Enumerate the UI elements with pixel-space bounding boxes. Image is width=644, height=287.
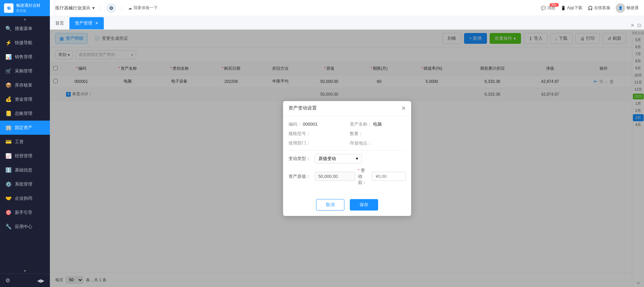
sidebar-item-label: 搜索菜单 [15, 26, 32, 32]
after-change-input[interactable] [372, 172, 406, 181]
change-type-select[interactable]: 原值变动 ▾ [315, 154, 362, 163]
sidebar-scroll-down[interactable]: ▼ [0, 268, 50, 274]
sidebar-item-label: 应用中心 [15, 224, 32, 230]
tab-home[interactable]: 首页 [50, 17, 69, 29]
sidebar-item-label: 企业协同 [15, 195, 32, 201]
payroll-nav-icon: 💳 [5, 139, 11, 145]
purchase-nav-icon: 🛒 [5, 68, 11, 74]
sidebar-item-system[interactable]: ⚙️ 系统管理 [0, 177, 50, 191]
sidebar-item-label: 新手引导 [15, 210, 32, 216]
company-name: 医疗器械行业演示 [55, 5, 90, 11]
settings-icon[interactable]: ⚙ [5, 277, 10, 284]
sidebar-item-label: 基础信息 [15, 167, 32, 173]
save-button[interactable]: 保存 [350, 199, 378, 211]
modal-value-row: 资产原值： * 变动后： [288, 167, 406, 186]
modal-quantity-row: 数量： [350, 131, 406, 137]
sidebar-item-sales[interactable]: 📊 销售管理 [0, 50, 50, 64]
sidebar-item-label: 采购管理 [15, 68, 32, 74]
modal-change-type-row: 变动类型： 原值变动 ▾ [288, 154, 406, 163]
company-chevron-icon: ▾ [92, 5, 95, 10]
sidebar-item-purchase[interactable]: 🛒 采购管理 [0, 64, 50, 78]
sidebar-item-search[interactable]: 🔍 搜索菜单 [0, 22, 50, 36]
content-area: ▦ 资产明细 📄 变更生成凭证 刘账 + 新增 批量操作 ▾ [50, 30, 644, 287]
tabbar-controls: ✕ ⊡ [631, 23, 644, 29]
cancel-button[interactable]: 取消 [316, 199, 344, 211]
modal-close-button[interactable]: ✕ [401, 105, 406, 111]
guide-nav-icon: 🎯 [5, 210, 11, 216]
modal-overlay: 资产变动设置 ✕ 编码： 000001 资产名称： 电脑 [50, 30, 644, 287]
modal-code-row: 编码： 000001 [288, 121, 344, 127]
sidebar-item-label: 系统管理 [15, 181, 32, 187]
sidebar-item-label: 经营管理 [15, 153, 32, 159]
modal-divider [288, 150, 406, 151]
modal-header: 资产变动设置 ✕ [283, 101, 411, 116]
phone-icon: 📱 [561, 6, 566, 10]
sidebar-item-quick-nav[interactable]: ⚡ 快捷导航 [0, 36, 50, 50]
sidebar-logo: 畅 畅捷通好业财 普及版 [0, 0, 50, 16]
sidebar-item-label: 工资 [15, 139, 24, 145]
logo-icon: 畅 [4, 3, 13, 13]
original-value-input [315, 172, 355, 181]
sidebar: 畅 畅捷通好业财 普及版 ▲ 🔍 搜索菜单 ⚡ 快捷导航 📊 销售管理 🛒 采购… [0, 0, 50, 287]
topbar-separator: | [100, 5, 101, 10]
messages-button[interactable]: 💬 消息 99+ [541, 5, 555, 11]
sidebar-item-ledger[interactable]: 📒 总账管理 [0, 106, 50, 121]
tab-asset-management[interactable]: 资产管理 ✕ [69, 17, 104, 29]
sidebar-item-corp[interactable]: 🤝 企业协同 [0, 191, 50, 205]
messages-badge: 99+ [550, 3, 559, 7]
fixed-assets-nav-icon: 🏢 [5, 125, 11, 131]
sidebar-footer: ⚙ ◀▶ [0, 274, 50, 287]
asset-change-modal: 资产变动设置 ✕ 编码： 000001 资产名称： 电脑 [283, 101, 411, 216]
main-area: 医疗器械行业演示 ▾ | ⚙ | ☁ 我要体验一下 💬 消息 99+ 📱 App… [50, 0, 644, 287]
inventory-nav-icon: 📦 [5, 82, 11, 88]
message-icon: 💬 [541, 6, 546, 10]
system-nav-icon: ⚙️ [5, 181, 11, 187]
modal-dept-row: 使用部门： [288, 140, 344, 146]
sidebar-item-operations[interactable]: 📈 经营管理 [0, 149, 50, 163]
corp-nav-icon: 🤝 [5, 195, 11, 201]
topbar: 医疗器械行业演示 ▾ | ⚙ | ☁ 我要体验一下 💬 消息 99+ 📱 App… [50, 0, 644, 16]
tab-expand-icon[interactable]: ⊡ [637, 23, 641, 28]
headset-icon: 🎧 [588, 6, 593, 10]
modal-body: 编码： 000001 资产名称： 电脑 规格型号： 数量： [283, 116, 411, 195]
sidebar-item-finance[interactable]: 💰 资金管理 [0, 92, 50, 106]
finance-nav-icon: 💰 [5, 96, 11, 102]
tab-close-icon[interactable]: ✕ [95, 21, 98, 26]
settings-gear-icon[interactable]: ⚙ [106, 3, 116, 13]
sidebar-item-payroll[interactable]: 💳 工资 [0, 135, 50, 149]
online-service-button[interactable]: 🎧 在线客服 [588, 5, 610, 11]
modal-info-grid: 编码： 000001 资产名称： 电脑 规格型号： 数量： [288, 121, 406, 146]
sidebar-nav: 🔍 搜索菜单 ⚡ 快捷导航 📊 销售管理 🛒 采购管理 📦 库存核算 💰 资金管… [0, 22, 50, 268]
sales-nav-icon: 📊 [5, 54, 11, 60]
topbar-separator2: | [121, 5, 122, 10]
cloud-icon: ☁ [128, 6, 132, 10]
sidebar-item-label: 资金管理 [15, 96, 32, 102]
app-download-button[interactable]: 📱 App下载 [561, 5, 582, 11]
logo-title: 畅捷通好业财 [16, 3, 40, 8]
sidebar-item-label: 销售管理 [15, 54, 32, 60]
sidebar-collapse-icon[interactable]: ◀▶ [37, 278, 44, 283]
sidebar-item-label: 快捷导航 [15, 40, 32, 46]
modal-location-row: 存放地点： [350, 140, 406, 146]
ledger-nav-icon: 📒 [5, 110, 11, 117]
sidebar-item-inventory[interactable]: 📦 库存核算 [0, 78, 50, 92]
sidebar-item-label: 库存核算 [15, 82, 32, 88]
modal-spec-row: 规格型号： [288, 131, 344, 137]
sidebar-item-label: 固定资产 [15, 125, 32, 131]
operations-nav-icon: 📈 [5, 153, 11, 159]
tabbar: 首页 资产管理 ✕ ✕ ⊡ [50, 16, 644, 30]
user-profile-button[interactable]: 👤 畅捷通 [616, 3, 639, 13]
company-selector[interactable]: 医疗器械行业演示 ▾ [55, 5, 95, 11]
sidebar-item-guide[interactable]: 🎯 新手引导 [0, 205, 50, 220]
sidebar-item-basic-info[interactable]: ℹ️ 基础信息 [0, 163, 50, 177]
sidebar-item-fixed-assets[interactable]: 🏢 固定资产 [0, 121, 50, 135]
modal-name-row: 资产名称： 电脑 [350, 121, 406, 127]
basic-info-nav-icon: ℹ️ [5, 167, 11, 173]
tab-close-window-icon[interactable]: ✕ [631, 23, 635, 28]
experience-button[interactable]: ☁ 我要体验一下 [128, 5, 158, 11]
sidebar-item-label: 总账管理 [15, 110, 32, 117]
app-center-nav-icon: 🔧 [5, 224, 11, 230]
sidebar-scroll-up[interactable]: ▲ [0, 16, 50, 22]
sidebar-item-app-center[interactable]: 🔧 应用中心 [0, 220, 50, 234]
quick-nav-nav-icon: ⚡ [5, 40, 11, 46]
